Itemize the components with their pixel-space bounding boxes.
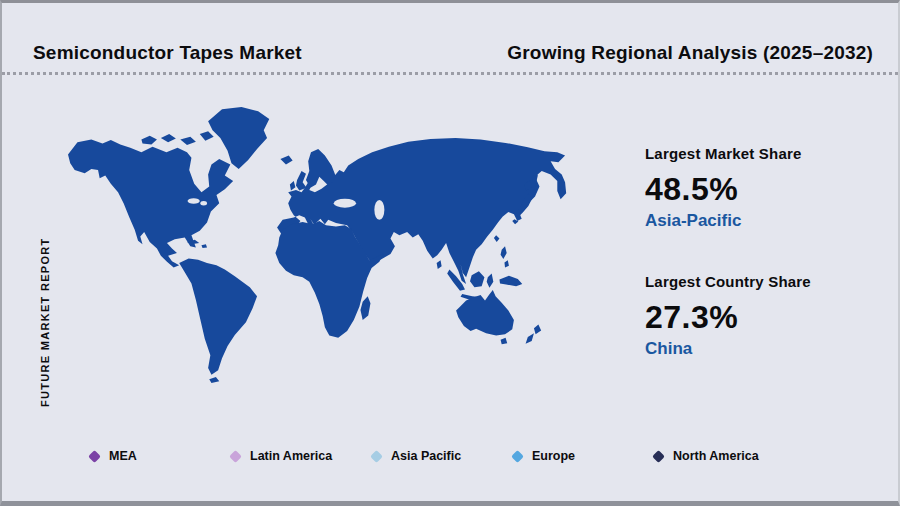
legend-label: Europe <box>532 449 575 463</box>
legend: MEA Latin America Asia Pacific Europe No… <box>90 449 795 463</box>
stat-label: Largest Market Share <box>645 145 885 162</box>
legend-item-north-america: North America <box>654 449 795 463</box>
world-landmass <box>68 107 566 383</box>
legend-label: Latin America <box>250 449 332 463</box>
legend-label: Asia Pacific <box>391 449 461 463</box>
legend-item-latin-america: Latin America <box>231 449 372 463</box>
stat-value: 48.5% <box>645 171 885 208</box>
world-map-svg <box>58 87 614 419</box>
legend-dot-icon <box>88 450 101 463</box>
legend-item-asia-pacific: Asia Pacific <box>372 449 513 463</box>
stat-label: Largest Country Share <box>645 273 885 290</box>
infographic-root: Semiconductor Tapes Market Growing Regio… <box>0 0 900 506</box>
legend-dot-icon <box>370 450 383 463</box>
page-title: Semiconductor Tapes Market <box>33 42 302 64</box>
stat-value: 27.3% <box>645 299 885 336</box>
legend-dot-icon <box>652 450 665 463</box>
stat-region: Asia-Pacific <box>645 211 885 231</box>
world-map <box>58 87 614 419</box>
legend-item-europe: Europe <box>513 449 654 463</box>
legend-label: MEA <box>109 449 137 463</box>
subtitle-regional-analysis: Growing Regional Analysis (2025–2032) <box>507 42 873 64</box>
legend-dot-icon <box>511 450 524 463</box>
stat-largest-market-share: Largest Market Share 48.5% Asia-Pacific <box>645 145 885 231</box>
legend-label: North America <box>673 449 759 463</box>
stats-panel: Largest Market Share 48.5% Asia-Pacific … <box>645 145 885 401</box>
legend-dot-icon <box>229 450 242 463</box>
stat-largest-country-share: Largest Country Share 27.3% China <box>645 273 885 359</box>
stat-region: China <box>645 339 885 359</box>
legend-item-mea: MEA <box>90 449 231 463</box>
header: Semiconductor Tapes Market Growing Regio… <box>2 3 898 75</box>
brand-vertical-text: FUTURE MARKET REPORT <box>35 227 55 417</box>
